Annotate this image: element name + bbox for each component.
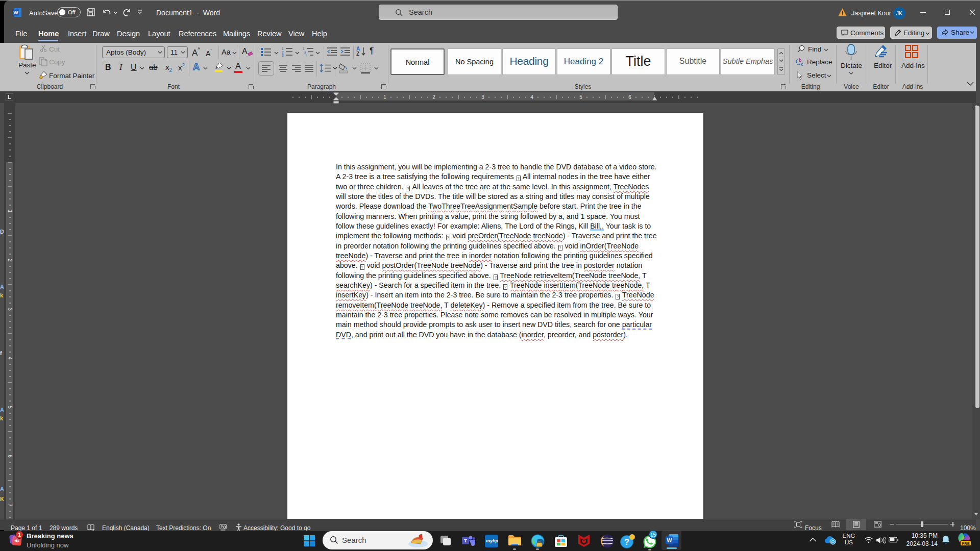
svg-text:W: W bbox=[14, 10, 18, 15]
svg-text:5: 5 bbox=[7, 406, 13, 409]
svg-text:W: W bbox=[667, 537, 672, 543]
svg-text:2: 2 bbox=[7, 259, 13, 262]
svg-text:3: 3 bbox=[481, 94, 484, 100]
svg-text:6: 6 bbox=[7, 455, 13, 458]
svg-text:6: 6 bbox=[628, 94, 631, 100]
svg-text:7: 7 bbox=[7, 504, 13, 507]
svg-text:2: 2 bbox=[432, 94, 435, 100]
svg-text:1: 1 bbox=[383, 94, 386, 100]
svg-text:?: ? bbox=[624, 538, 629, 546]
svg-text:5: 5 bbox=[579, 94, 582, 100]
svg-text:1: 1 bbox=[7, 210, 13, 213]
svg-text:T: T bbox=[464, 538, 467, 543]
svg-text:c: c bbox=[801, 62, 803, 67]
svg-text:3: 3 bbox=[282, 54, 284, 57]
svg-text:4: 4 bbox=[7, 357, 13, 360]
svg-text:4: 4 bbox=[530, 94, 533, 100]
svg-text:3: 3 bbox=[7, 308, 13, 311]
svg-text:i: i bbox=[306, 54, 306, 57]
